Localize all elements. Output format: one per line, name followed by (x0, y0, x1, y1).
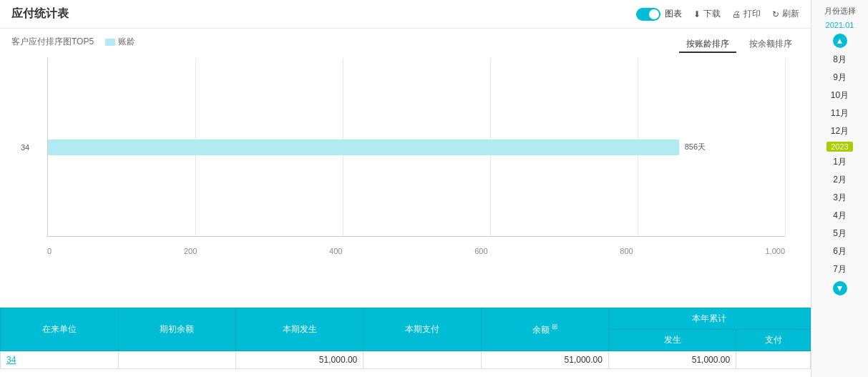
table-row: 34 51,000.00 51,000.00 51,000.00 (1, 351, 811, 369)
print-button[interactable]: 🖨 打印 (732, 8, 761, 20)
cell-unit[interactable]: 34 (1, 351, 119, 369)
chart-toggle-label: 图表 (665, 8, 682, 20)
sidebar-up-arrow[interactable]: ▲ (833, 34, 847, 48)
cell-ytd-pay (736, 351, 811, 369)
month-item-4[interactable]: 4月 (811, 207, 868, 225)
balance-icon: ⊞ (552, 323, 557, 331)
month-item-5[interactable]: 5月 (811, 225, 868, 243)
x-axis-label: 1,000 (765, 247, 785, 255)
cell-balance: 51,000.00 (481, 351, 608, 369)
month-item-7[interactable]: 7月 (811, 260, 868, 278)
x-axis-label: 400 (329, 247, 342, 255)
cell-payment (364, 351, 482, 369)
month-item-9[interactable]: 9月 (811, 69, 868, 87)
legend-color-box (105, 39, 115, 46)
x-axis-label: 600 (474, 247, 487, 255)
bar-end-label: 856天 (685, 142, 706, 152)
sort-by-amount-tab[interactable]: 按余额排序 (742, 36, 799, 53)
refresh-icon: ↻ (772, 9, 779, 19)
cell-ytd-occ: 51,000.00 (608, 351, 736, 369)
chart-toggle[interactable]: 图表 (636, 8, 682, 21)
col-header-balance: 余额 ⊞ (481, 308, 608, 351)
month-item-11[interactable]: 11月 (811, 104, 868, 122)
month-item-12[interactable]: 12月 (811, 122, 868, 140)
cell-occurrence: 51,000.00 (236, 351, 364, 369)
col-header-occurrence: 本期发生 (236, 308, 364, 351)
refresh-label: 刷新 (782, 8, 799, 20)
col-header-ytd-pay: 支付 (736, 330, 811, 351)
bar-y-label: 34 (21, 143, 29, 152)
month-item-1[interactable]: 1月 (811, 153, 868, 171)
right-sidebar: 月份选择 2021.01 ▲ 8月 9月 10月 11月 12月 2023 1月… (811, 0, 868, 377)
sidebar-current-date[interactable]: 2021.01 (824, 19, 856, 31)
sidebar-down-arrow[interactable]: ▼ (833, 281, 847, 295)
col-header-opening: 期初余额 (118, 308, 236, 351)
col-header-payment: 本期支付 (364, 308, 482, 351)
col-header-ytd: 本年累计 (608, 308, 810, 330)
chart-legend-label: 客户应付排序图TOP5 (11, 36, 94, 48)
sidebar-title: 月份选择 (823, 3, 857, 19)
download-label: 下载 (703, 8, 721, 20)
year-label-2023: 2023 (826, 142, 852, 152)
page-title: 应付统计表 (11, 6, 69, 21)
x-axis-label: 800 (620, 247, 633, 255)
toggle-switch[interactable] (636, 8, 660, 21)
refresh-button[interactable]: ↻ 刷新 (772, 8, 799, 20)
grid-line (785, 58, 786, 236)
month-item-6[interactable]: 6月 (811, 243, 868, 260)
col-header-ytd-occ: 发生 (608, 330, 736, 351)
chart-bar (48, 139, 679, 155)
month-item-3[interactable]: 3月 (811, 189, 868, 207)
download-icon: ⬇ (693, 9, 701, 19)
sort-by-balance-tab[interactable]: 按账龄排序 (679, 36, 736, 53)
month-item-2[interactable]: 2月 (811, 171, 868, 189)
legend-color-label: 账龄 (118, 36, 135, 48)
month-item-8[interactable]: 8月 (811, 51, 868, 69)
cell-opening (118, 351, 236, 369)
download-button[interactable]: ⬇ 下载 (693, 8, 721, 20)
print-label: 打印 (743, 8, 761, 20)
month-item-10[interactable]: 10月 (811, 87, 868, 104)
x-axis-label: 0 (47, 247, 52, 255)
x-axis-label: 200 (184, 247, 197, 255)
print-icon: 🖨 (732, 9, 741, 19)
col-header-unit: 在来单位 (1, 308, 119, 351)
